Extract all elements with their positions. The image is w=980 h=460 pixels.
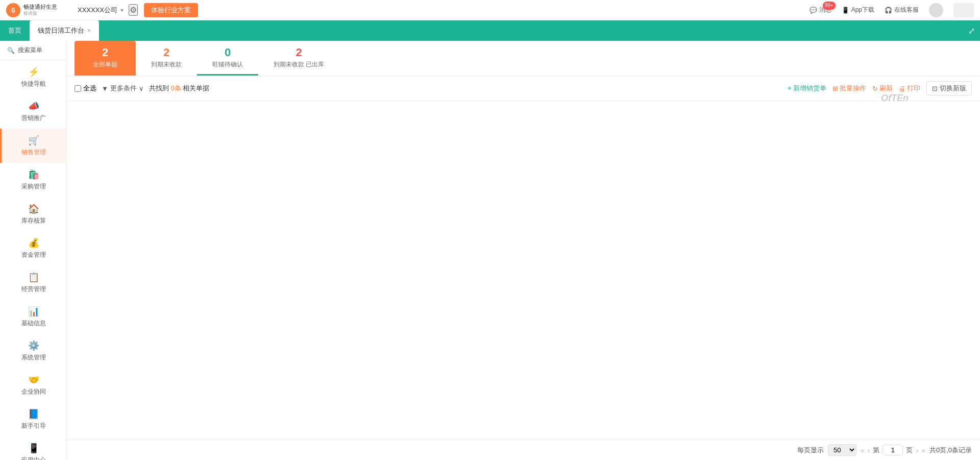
prev-page-button[interactable]: ‹ <box>868 446 870 454</box>
sidebar-item-operation[interactable]: 📋 经营管理 <box>0 265 66 300</box>
company-dropdown-icon: ▾ <box>120 7 124 14</box>
tab-home[interactable]: 首页 <box>0 20 30 41</box>
app-download-action[interactable]: 📱 App下载 <box>842 6 874 14</box>
sidebar-item-marketing[interactable]: 📣 营销推广 <box>0 94 66 129</box>
stats-tab-shipped[interactable]: 2 到期未收款 已出库 <box>258 41 339 76</box>
batch-label: 批量操作 <box>840 84 866 93</box>
settings-button[interactable]: ⚙ <box>129 4 138 16</box>
filter-down-icon: ∨ <box>139 85 144 92</box>
sidebar-item-label: 经营管理 <box>21 285 46 294</box>
sales-icon: 🛒 <box>28 135 39 146</box>
sidebar-item-label: 系统管理 <box>21 353 46 362</box>
sidebar-item-purchase[interactable]: 🛍️ 采购管理 <box>0 163 66 197</box>
tab-bar-right: ⤢ <box>968 26 980 36</box>
sidebar-item-label: 营销推广 <box>21 114 46 123</box>
switch-version-button[interactable]: ⊡ 切换新版 <box>926 81 972 95</box>
user-avatar[interactable] <box>929 3 943 17</box>
sidebar-item-system[interactable]: ⚙️ 系统管理 <box>0 334 66 368</box>
page-size-select[interactable]: 50 100 200 <box>828 444 856 456</box>
page-number-input[interactable] <box>883 445 903 455</box>
tab-active[interactable]: 钱货日清工作台 × <box>30 20 99 41</box>
search-menu[interactable]: 🔍 搜索菜单 <box>0 41 66 60</box>
tab-expand-icon[interactable]: ⤢ <box>968 26 975 36</box>
print-label: 打印 <box>907 84 920 93</box>
filter-button[interactable]: ▼ 更多条件 ∨ <box>102 84 144 93</box>
app-download-label: App下载 <box>851 6 874 14</box>
refresh-label: 刷新 <box>879 84 893 93</box>
logo-badge: 标准版 <box>23 10 57 17</box>
inventory-icon: 🏠 <box>28 203 39 214</box>
enterprise-icon: 🤝 <box>28 374 39 385</box>
last-page-button[interactable]: » <box>921 446 925 454</box>
filter-icon: ▼ <box>102 85 108 92</box>
notification-action[interactable]: 💬 消息 99+ <box>810 6 831 14</box>
sidebar-item-inventory[interactable]: 🏠 库存核算 <box>0 197 66 231</box>
result-text: 共找到 0条 相关单据 <box>149 84 209 93</box>
notification-badge: 99+ <box>823 2 836 10</box>
toolbar-left: 全选 ▼ 更多条件 ∨ 共找到 0条 相关单据 <box>75 84 209 93</box>
select-all-label: 全选 <box>83 84 96 93</box>
stats-tab-pending[interactable]: 0 旺辅待确认 <box>197 41 258 76</box>
search-menu-label: 搜索菜单 <box>18 46 42 55</box>
tab-active-label: 钱货日清工作台 <box>38 26 84 35</box>
pagination: « ‹ 第 页 › » <box>861 445 925 455</box>
batch-operation-button[interactable]: ⊞ 批量操作 <box>832 84 866 93</box>
sidebar-item-label: 快捷导航 <box>21 80 46 88</box>
stats-tab-overdue[interactable]: 2 到期未收款 <box>136 41 197 76</box>
sidebar-item-label: 企业协同 <box>21 388 46 396</box>
total-records: 共0页,0条记录 <box>929 446 972 455</box>
result-count: 0条 <box>171 84 181 92</box>
main-layout: 🔍 搜索菜单 ⚡ 快捷导航 📣 营销推广 🛒 销售管理 🛍️ 采购管理 🏠 库存… <box>0 41 980 460</box>
stats-shipped-label: 到期未收款 已出库 <box>274 60 324 69</box>
first-page-button[interactable]: « <box>861 446 865 454</box>
page-size-label: 每页显示 <box>797 446 824 455</box>
guide-icon: 📘 <box>28 408 39 420</box>
top-header: 6 畅捷通好生意 标准版 XXXXXX公司 ▾ ⚙ 体验行业方案 💬 消息 99… <box>0 0 980 20</box>
filter-label: 更多条件 <box>110 84 137 93</box>
user-menu[interactable] <box>953 3 974 17</box>
sidebar-item-label: 基础信息 <box>21 319 46 328</box>
sidebar-item-label: 应用中心 <box>21 456 46 460</box>
company-name: XXXXXX公司 <box>78 6 117 15</box>
refresh-button[interactable]: ↻ 刷新 <box>872 84 893 93</box>
experience-button[interactable]: 体验行业方案 <box>144 3 198 17</box>
online-service-action[interactable]: 🎧 在线客服 <box>885 6 919 14</box>
purchase-icon: 🛍️ <box>28 169 39 180</box>
sidebar-item-guide[interactable]: 📘 新手引导 <box>0 402 66 437</box>
stats-tab-all[interactable]: 2 全部单据 <box>75 41 136 76</box>
next-page-button[interactable]: › <box>916 446 918 454</box>
finance-icon: 💰 <box>28 237 39 249</box>
sidebar-item-apps[interactable]: 📱 应用中心 <box>0 437 66 460</box>
marketing-icon: 📣 <box>28 101 39 112</box>
new-sale-button[interactable]: + 新增销货单 <box>788 84 826 93</box>
sidebar-item-enterprise[interactable]: 🤝 企业协同 <box>0 368 66 402</box>
sidebar-item-label: 库存核算 <box>21 216 46 225</box>
page-label: 第 <box>873 446 879 455</box>
system-icon: ⚙️ <box>28 340 39 351</box>
toolbar: 全选 ▼ 更多条件 ∨ 共找到 0条 相关单据 + 新增销货单 ⊞ 批量操作 <box>66 76 980 101</box>
print-icon: 🖨 <box>899 85 905 92</box>
stats-pending-label: 旺辅待确认 <box>212 60 243 69</box>
sidebar-item-finance[interactable]: 💰 资金管理 <box>0 231 66 265</box>
print-button[interactable]: 🖨 打印 <box>899 84 920 93</box>
stats-tabs: 2 全部单据 2 到期未收款 0 旺辅待确认 2 到期未收款 已出库 <box>66 41 980 76</box>
tab-close-icon[interactable]: × <box>87 27 91 34</box>
toolbar-right: + 新增销货单 ⊞ 批量操作 ↻ 刷新 🖨 打印 ⊡ 切换新版 <box>788 81 972 95</box>
operation-icon: 📋 <box>28 272 39 283</box>
sidebar-item-label: 销售管理 <box>21 148 46 157</box>
company-selector[interactable]: XXXXXX公司 ▾ <box>78 6 124 15</box>
select-all-checkbox[interactable]: 全选 <box>75 84 96 93</box>
logo-text: 畅捷通好生意 <box>23 3 57 10</box>
stats-shipped-number: 2 <box>296 46 302 59</box>
select-all-input[interactable] <box>75 85 81 92</box>
switch-label: 切换新版 <box>940 84 966 93</box>
sidebar-item-quick-nav[interactable]: ⚡ 快捷导航 <box>0 60 66 94</box>
sidebar-item-label: 采购管理 <box>21 182 46 191</box>
sidebar-item-basics[interactable]: 📊 基础信息 <box>0 300 66 334</box>
table-area <box>66 101 980 440</box>
header-right: 💬 消息 99+ 📱 App下载 🎧 在线客服 <box>810 3 974 17</box>
sidebar-item-sales[interactable]: 🛒 销售管理 <box>0 129 66 163</box>
basics-icon: 📊 <box>28 306 39 317</box>
refresh-icon: ↻ <box>872 85 878 92</box>
tab-bar: 首页 钱货日清工作台 × ⤢ <box>0 20 980 41</box>
